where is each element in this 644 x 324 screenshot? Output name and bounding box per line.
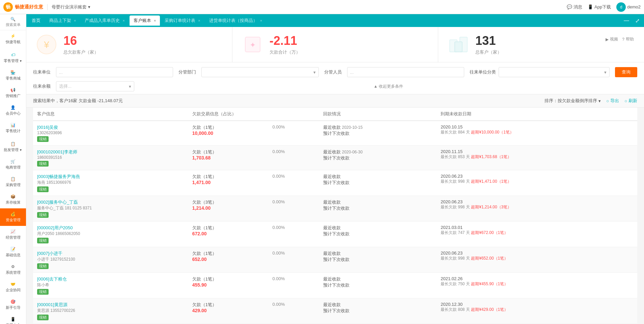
overdue-amount[interactable]: 超期¥652.00（1笔） bbox=[471, 256, 508, 261]
video-label: 视频 bbox=[610, 36, 618, 42]
tab-close-icon-3[interactable]: × bbox=[154, 19, 156, 23]
refresh-button[interactable]: ○ 刷新 bbox=[624, 98, 637, 104]
customer-info-cell: [0003]畅捷服务尹海燕 海燕 18513066976 现销 bbox=[33, 170, 188, 196]
sort-select[interactable]: 排序：按欠款金额倒序排序 ▾ bbox=[544, 98, 601, 104]
customer-name[interactable]: [0001020001]李老师 bbox=[37, 149, 77, 154]
tab-import-stats[interactable]: 进货单统计表（按商品） × bbox=[205, 16, 266, 26]
collapse-button[interactable]: ▲ 收起更多条件 bbox=[374, 84, 403, 89]
overdue-amount[interactable]: 超期¥1,214.00（3笔） bbox=[471, 205, 511, 209]
customer-name[interactable]: [0003]畅捷服务尹海燕 bbox=[37, 174, 80, 179]
manager-label: 分管人员 bbox=[324, 69, 344, 75]
customer-name[interactable]: [000002]用户2050 bbox=[37, 225, 73, 230]
sidebar-item-enterprise[interactable]: 🤝 企业协同 bbox=[0, 278, 26, 296]
overdue-amount[interactable]: 超期¥455.90（1笔） bbox=[471, 282, 508, 286]
tab-customer-account[interactable]: 客户账本 × bbox=[130, 16, 160, 26]
customer-name[interactable]: [000001]黄思源 bbox=[37, 302, 67, 307]
sidebar-item-member[interactable]: 👤 会员中心 bbox=[0, 102, 26, 119]
debt-pct-cell: 0.00% bbox=[268, 298, 319, 324]
debt-amount[interactable]: 1,703.68 bbox=[192, 155, 264, 160]
customer-name[interactable]: [0002]服务中心_丁磊 bbox=[37, 200, 78, 205]
sidebar-search-label: 搜索菜单 bbox=[1, 22, 25, 27]
company-selector[interactable]: 母婴行业演示账套 ▾ bbox=[47, 4, 90, 10]
debt-count-cell: 欠款（1笔） 1,703.68 bbox=[188, 146, 269, 170]
overdue-days: 最长欠款 808 天 bbox=[441, 307, 471, 312]
stat-card-total-customers: 131 总客户（家） ▶ 视频 ? 帮助 bbox=[438, 27, 644, 62]
debt-amount[interactable]: 1,214.00 bbox=[192, 205, 264, 211]
debt-amount[interactable]: 10,000.00 bbox=[192, 130, 264, 136]
user-profile-button[interactable]: d demo2 bbox=[616, 2, 641, 12]
filter-manager: 分管人员 ... bbox=[324, 67, 464, 77]
debt-amount[interactable]: 455.90 bbox=[192, 282, 264, 288]
customer-phone: 18600391516 bbox=[37, 155, 184, 160]
stat-info-2: -2.11 欠款合计（万） bbox=[270, 34, 300, 55]
content-area: 首页 商品上下架 × 产成品入库单历史 × 客户账本 × 采购订单统计表 × 进… bbox=[26, 14, 644, 324]
debt-amount[interactable]: 652.00 bbox=[192, 257, 264, 262]
search-button[interactable]: 查询 bbox=[615, 67, 637, 77]
sidebar-item-marketing[interactable]: 📢 营销推广 bbox=[0, 84, 26, 102]
dept-select[interactable]: ▾ bbox=[201, 67, 318, 77]
unit-category-select[interactable]: ▾ bbox=[499, 67, 610, 77]
sidebar-item-ecommerce[interactable]: 🛒 电商管理 bbox=[0, 156, 26, 173]
customer-info-cell: [000002]用户2050 用户2050 18665062050 现销 bbox=[33, 222, 188, 247]
video-button[interactable]: ▶ 视频 bbox=[606, 36, 618, 42]
sidebar-item-retail-shop[interactable]: 🏪 零售商城 bbox=[0, 67, 26, 84]
sidebar-item-nav[interactable]: ⚡ 快捷导航 bbox=[0, 30, 26, 48]
customer-phone: 服务中心_丁磊 181 0125 8371 bbox=[37, 205, 184, 211]
retail-mgmt-icon: 🏷 bbox=[11, 53, 15, 57]
app-download-button[interactable]: 📱 App下载 bbox=[588, 4, 611, 10]
debt-amount[interactable]: 1,471.00 bbox=[192, 180, 264, 185]
payment-info-cell: 最近收款 预计下次收款 bbox=[319, 222, 437, 247]
tab-product-shelf[interactable]: 商品上下架 × bbox=[45, 16, 80, 26]
overdue-amount[interactable]: 超期¥1,703.68（1笔） bbox=[471, 154, 511, 159]
help-button[interactable]: ? 帮助 bbox=[622, 36, 634, 42]
sidebar-item-operation[interactable]: 📈 经营管理 bbox=[0, 226, 26, 243]
sidebar-item-newbie[interactable]: 🎯 新手引导 bbox=[0, 296, 26, 314]
tab-fullscreen-icon[interactable]: ⤢ bbox=[633, 17, 641, 25]
sidebar-item-base-info[interactable]: 📝 基础信息 bbox=[0, 243, 26, 261]
tab-close-icon-4[interactable]: × bbox=[198, 19, 200, 23]
next-payment-label: 预计下次收款 bbox=[323, 180, 432, 186]
balance-label: 往来余额 bbox=[33, 83, 53, 89]
stat-info-3: 131 总客户（家） bbox=[475, 34, 502, 55]
customer-name[interactable]: [0007]小进千 bbox=[37, 251, 62, 256]
due-date: 2021.02.26 bbox=[441, 276, 633, 281]
from-unit-input[interactable]: ... bbox=[56, 67, 173, 77]
table-row: [0003]畅捷服务尹海燕 海燕 18513066976 现销 欠款（1笔） 1… bbox=[33, 170, 637, 196]
sidebar-item-purchase[interactable]: 📋 采购管理 bbox=[0, 173, 26, 191]
search-icon: 🔍 bbox=[10, 17, 16, 22]
overdue-amount[interactable]: 超期¥672.00（1笔） bbox=[471, 230, 508, 235]
tab-minimize-icon[interactable]: — bbox=[622, 17, 631, 25]
overdue-amount[interactable]: 超期¥10,000.00（1笔） bbox=[471, 130, 514, 135]
logo-icon: 畅 bbox=[3, 2, 13, 12]
export-button[interactable]: ○ 导出 bbox=[606, 98, 619, 104]
tab-purchase-order[interactable]: 采购订单统计表 × bbox=[161, 16, 204, 26]
sidebar-item-retail-stats[interactable]: 📊 零售统计 bbox=[0, 119, 26, 137]
debt-amount[interactable]: 672.00 bbox=[192, 231, 264, 236]
sidebar-item-system[interactable]: ⚙ 系统管理 bbox=[0, 261, 26, 278]
message-button[interactable]: 💬 消息 bbox=[567, 4, 582, 10]
customer-name[interactable]: [0016]吴俊 bbox=[37, 125, 58, 130]
sidebar-item-batch-mgmt[interactable]: 📋 批发管理 ▼ bbox=[0, 138, 26, 156]
tab-close-icon-5[interactable]: × bbox=[260, 19, 262, 23]
sidebar-item-finance[interactable]: 💰 资金管理 bbox=[0, 208, 26, 226]
balance-select[interactable]: 选择... ▾ bbox=[56, 81, 134, 91]
sidebar-item-retail-mgmt[interactable]: 🏷 零售管理 ▼ bbox=[0, 49, 26, 67]
home-label: 首页 bbox=[32, 18, 40, 23]
manager-input[interactable]: ... bbox=[347, 67, 464, 77]
debt-amount[interactable]: 429.00 bbox=[192, 308, 264, 313]
result-actions: 排序：按欠款金额倒序排序 ▾ ○ 导出 ○ 刷新 bbox=[544, 98, 637, 104]
sidebar-label-app: 应用中心 bbox=[6, 323, 21, 324]
due-date: 2021.03.01 bbox=[441, 225, 633, 230]
tab-bar-actions: — ⤢ bbox=[622, 17, 643, 25]
sidebar-item-inventory[interactable]: 📦 库存核算 bbox=[0, 191, 26, 208]
overdue-amount[interactable]: 超期¥429.00（1笔） bbox=[471, 307, 508, 312]
overdue-amount[interactable]: 超期¥1,471.00（1笔） bbox=[471, 179, 511, 184]
tab-close-icon[interactable]: × bbox=[74, 19, 76, 23]
customer-name[interactable]: [0006]去下粮仓 bbox=[37, 276, 67, 282]
tab-close-icon-2[interactable]: × bbox=[122, 19, 124, 23]
sidebar-search[interactable]: 🔍 搜索菜单 bbox=[0, 14, 26, 30]
tab-home[interactable]: 首页 bbox=[28, 16, 45, 26]
sidebar-item-app-center[interactable]: 📱 应用中心 bbox=[0, 314, 26, 324]
tab-production-history[interactable]: 产成品入库单历史 × bbox=[81, 16, 129, 26]
due-date: 2020.10.15 bbox=[441, 124, 633, 129]
